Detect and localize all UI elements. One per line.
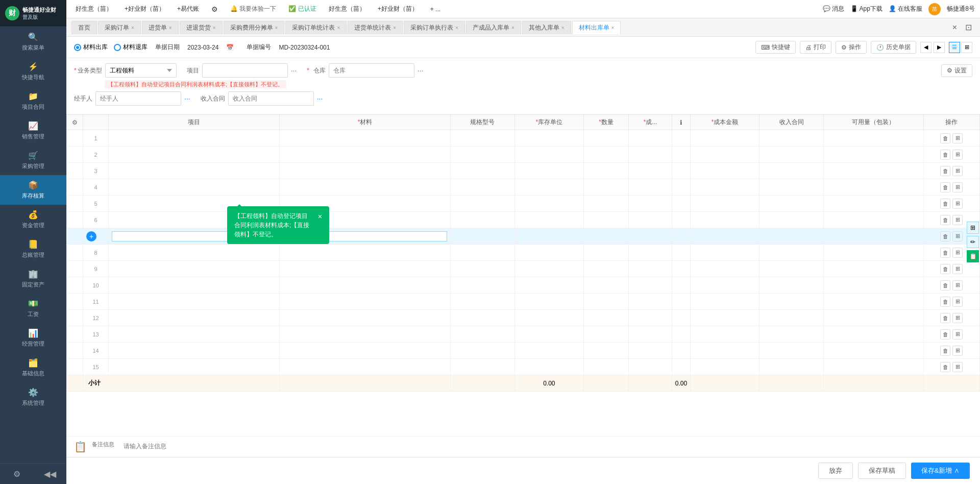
cell-material-9[interactable] [280,261,451,277]
online-support-btn[interactable]: 👤 在线客服 [889,5,922,13]
cell-qty-13[interactable] [583,326,628,343]
cell-cost-1[interactable] [629,130,672,147]
cell-project-1[interactable] [109,130,280,147]
cell-material-12[interactable] [280,310,451,326]
cell-action-11[interactable]: 🗑⊞ [923,294,979,310]
cell-spec-13[interactable] [451,326,515,343]
tab-close-btn[interactable]: × [949,23,960,32]
cell-cost-8[interactable] [629,245,672,261]
cell-cost-amount-13[interactable] [691,326,760,343]
tab-incoming-stats[interactable]: 进货单统计表× [348,21,403,34]
cell-cost-4[interactable] [629,179,672,196]
app-download-btn[interactable]: 📱 App下载 [850,5,883,13]
cell-available-3[interactable] [823,163,923,179]
cell-available-15[interactable] [823,359,923,375]
cell-unit-5[interactable] [514,196,583,212]
cell-qty-5[interactable] [583,196,628,212]
copy-row-btn[interactable]: ⊞ [952,329,963,340]
cell-cost-3[interactable] [629,163,672,179]
user-avatar[interactable]: 苗 [928,3,941,15]
project-input[interactable] [202,63,288,78]
cell-available-13[interactable] [823,326,923,343]
copy-row-btn[interactable]: ⊞ [952,133,963,143]
cell-material-10[interactable] [280,277,451,294]
cell-material-8[interactable] [280,245,451,261]
shortcut-btn[interactable]: ⌨ 快捷键 [755,41,796,54]
cell-cost-9[interactable] [629,261,672,277]
cell-material-3[interactable] [280,163,451,179]
delete-row-btn[interactable]: 🗑 [940,362,950,372]
sidebar-item-project[interactable]: 📁 项目合同 [0,86,66,116]
cell-project-11[interactable] [109,294,280,310]
cell-project-15[interactable] [109,359,280,375]
cell-unit-12[interactable] [514,310,583,326]
cell-income-contract-5[interactable] [760,196,824,212]
cell-cost-10[interactable] [629,277,672,294]
cell-spec-11[interactable] [451,294,515,310]
cell-material-11[interactable] [280,294,451,310]
cell-material-2[interactable] [280,147,451,163]
delete-row-btn[interactable]: 🗑 [940,264,950,274]
cell-project-12[interactable] [109,310,280,326]
copy-row-btn[interactable]: ⊞ [952,215,963,225]
cell-cost-amount-6[interactable] [691,212,760,228]
cell-spec-6[interactable] [451,212,515,228]
cell-unit-7[interactable] [514,228,583,245]
cell-cost-13[interactable] [629,326,672,343]
topbar-more-link[interactable]: + ... [426,4,445,15]
cell-action-15[interactable]: 🗑⊞ [923,359,979,375]
cell-available-1[interactable] [823,130,923,147]
cell-income-contract-2[interactable] [760,147,824,163]
copy-row-btn[interactable]: ⊞ [952,199,963,209]
cell-action-13[interactable]: 🗑⊞ [923,326,979,343]
cell-project-3[interactable] [109,163,280,179]
cell-cost-amount-15[interactable] [691,359,760,375]
tab-purchase-exec[interactable]: 采购订单执行表× [404,21,465,34]
message-btn[interactable]: 💬 消息 [823,5,844,13]
delete-row-btn[interactable]: 🗑 [940,346,950,356]
sidebar-item-salary[interactable]: 💵 工资 [0,294,66,323]
cell-action-9[interactable]: 🗑⊞ [923,261,979,277]
topbar-link-haoshengyi[interactable]: 好生意（苗） [71,3,116,15]
copy-row-btn[interactable]: ⊞ [952,346,963,356]
cell-cost-amount-12[interactable] [691,310,760,326]
cell-action-1[interactable]: 🗑⊞ [923,130,979,147]
cell-income-contract-9[interactable] [760,261,824,277]
cell-available-7[interactable] [823,228,923,245]
float-btn-2[interactable]: ✏ [967,236,979,248]
cell-cost-5[interactable] [629,196,672,212]
copy-row-btn[interactable]: ⊞ [952,182,963,192]
sidebar-item-system[interactable]: ⚙️ 系统管理 [0,382,66,412]
cell-available-5[interactable] [823,196,923,212]
cell-income-contract-14[interactable] [760,343,824,359]
cell-qty-1[interactable] [583,130,628,147]
cell-cost-11[interactable] [629,294,672,310]
delete-row-btn[interactable]: 🗑 [940,133,950,143]
tab-finished-goods[interactable]: 产成品入库单× [466,21,521,34]
warehouse-dots-btn[interactable]: ··· [418,66,424,75]
delete-row-btn[interactable]: 🗑 [940,280,950,291]
copy-row-btn[interactable]: ⊞ [952,297,963,307]
save-draft-btn[interactable]: 保存草稿 [858,463,906,479]
tab-purchase-stats[interactable]: 采购订单统计表× [285,21,347,34]
tab-home[interactable]: 首页 [71,21,97,34]
delete-row-btn[interactable]: 🗑 [940,297,950,307]
cell-action-10[interactable]: 🗑⊞ [923,277,979,294]
warehouse-input[interactable] [329,63,414,78]
cell-income-contract-1[interactable] [760,130,824,147]
cell-qty-7[interactable] [583,228,628,245]
cell-unit-3[interactable] [514,163,583,179]
cell-spec-15[interactable] [451,359,515,375]
income-contract-input[interactable] [228,91,314,106]
cell-available-2[interactable] [823,147,923,163]
add-row-btn[interactable]: + [86,231,96,241]
cell-cost-7[interactable] [629,228,672,245]
tab-purchase-cost[interactable]: 采购费用分摊单× [224,21,285,34]
cell-material-15[interactable] [280,359,451,375]
topbar-experience-link[interactable]: 🔔 我要体验一下 [226,3,280,15]
cell-qty-4[interactable] [583,179,628,196]
delete-row-btn[interactable]: 🗑 [940,182,950,192]
cell-spec-2[interactable] [451,147,515,163]
cell-spec-7[interactable] [451,228,515,245]
cell-unit-6[interactable] [514,212,583,228]
